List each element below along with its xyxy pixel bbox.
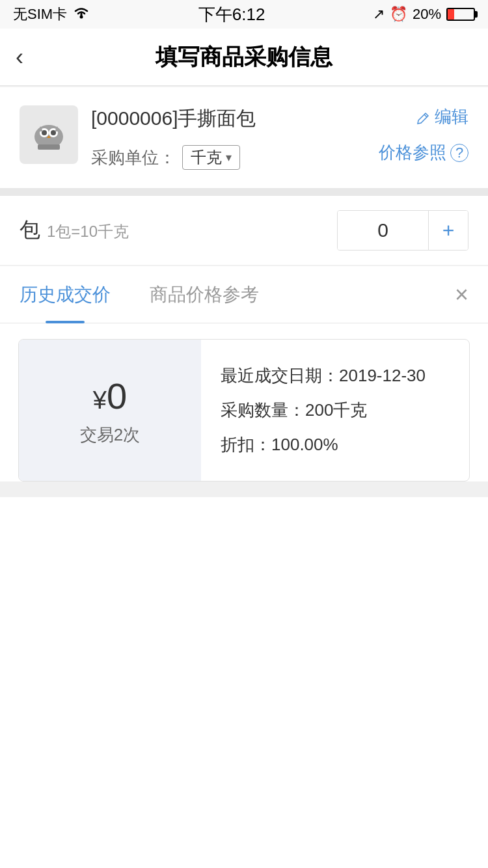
svg-rect-9 xyxy=(38,144,60,150)
battery-percent: 20% xyxy=(413,6,441,23)
edit-icon xyxy=(416,110,431,124)
discount-value: 100.00% xyxy=(271,435,338,454)
quantity-plus-button[interactable]: + xyxy=(429,211,468,250)
tabs-list: 历史成交价 商品价格参考 xyxy=(20,266,259,323)
price-number: 0 xyxy=(107,375,127,416)
nav-bar: ‹ 填写商品采购信息 xyxy=(0,29,488,86)
product-left: [0000006]手撕面包 采购单位： 千克 ▾ xyxy=(20,105,256,170)
status-time: 下午6:12 xyxy=(198,3,265,26)
tab-close-button[interactable]: × xyxy=(455,281,468,308)
purchase-qty-value: 200千克 xyxy=(305,400,367,420)
alarm-icon: ⏰ xyxy=(390,6,407,23)
product-card: [0000006]手撕面包 采购单位： 千克 ▾ 编辑 价格参照 xyxy=(0,87,488,188)
unit-value: 千克 xyxy=(191,147,222,168)
tab-history-price[interactable]: 历史成交价 xyxy=(20,266,111,323)
history-price-section: ¥0 交易2次 xyxy=(19,340,201,481)
product-unit-row: 采购单位： 千克 ▾ xyxy=(91,145,256,170)
quantity-control: + xyxy=(337,210,468,251)
history-trade-count: 交易2次 xyxy=(80,424,140,446)
purchase-qty-row: 采购数量：200千克 xyxy=(221,398,450,423)
status-right: ↗ ⏰ 20% xyxy=(373,6,475,23)
quantity-convert: 1包=10千克 xyxy=(47,221,129,242)
tab-price-ref[interactable]: 商品价格参考 xyxy=(150,266,259,323)
svg-line-10 xyxy=(424,115,427,117)
wifi-icon xyxy=(72,6,90,23)
back-button[interactable]: ‹ xyxy=(16,44,23,71)
discount-row: 折扣：100.00% xyxy=(221,432,450,457)
purchase-unit-label: 采购单位： xyxy=(91,146,176,169)
unit-badge[interactable]: 千克 ▾ xyxy=(182,145,240,170)
product-header: [0000006]手撕面包 采购单位： 千克 ▾ 编辑 价格参照 xyxy=(20,105,468,170)
price-ref-button[interactable]: 价格参照 ? xyxy=(379,141,468,164)
location-icon: ↗ xyxy=(373,6,385,23)
recent-date-row: 最近成交日期：2019-12-30 xyxy=(221,363,450,388)
product-right-actions: 编辑 价格参照 ? xyxy=(379,105,468,164)
quantity-label: 包 1包=10千克 xyxy=(20,216,129,245)
status-bar: 无SIM卡 下午6:12 ↗ ⏰ 20% xyxy=(0,0,488,29)
page-title: 填写商品采购信息 xyxy=(156,42,332,72)
edit-button[interactable]: 编辑 xyxy=(416,105,468,128)
carrier-text: 无SIM卡 xyxy=(13,5,67,24)
page-background xyxy=(0,497,488,868)
tabs-header: 历史成交价 商品价格参考 × xyxy=(0,266,488,323)
recent-date-value: 2019-12-30 xyxy=(339,366,426,385)
history-details-section: 最近成交日期：2019-12-30 采购数量：200千克 折扣：100.00% xyxy=(201,340,469,481)
product-info: [0000006]手撕面包 采购单位： 千克 ▾ xyxy=(91,105,256,170)
quantity-row: 包 1包=10千克 + xyxy=(0,196,488,265)
battery-icon xyxy=(446,8,475,21)
quantity-input[interactable] xyxy=(338,211,429,250)
tabs-panel: 历史成交价 商品价格参考 × ¥0 交易2次 最近成交日期：2019-12-30… xyxy=(0,266,488,481)
recent-date-label: 最近成交日期： xyxy=(221,366,339,385)
help-icon: ? xyxy=(450,144,468,162)
product-image xyxy=(20,105,78,164)
currency-symbol: ¥ xyxy=(93,387,107,414)
discount-label: 折扣： xyxy=(221,435,271,454)
history-card: ¥0 交易2次 最近成交日期：2019-12-30 采购数量：200千克 折扣：… xyxy=(18,339,470,481)
svg-point-0 xyxy=(80,16,83,19)
history-price-value: ¥0 xyxy=(93,375,127,417)
product-logo-svg xyxy=(26,112,72,157)
product-name: [0000006]手撕面包 xyxy=(91,105,256,132)
status-left: 无SIM卡 xyxy=(13,5,90,24)
section-divider xyxy=(0,188,488,196)
quantity-unit: 包 xyxy=(20,216,40,245)
purchase-qty-label: 采购数量： xyxy=(221,400,305,420)
unit-dropdown-arrow: ▾ xyxy=(226,150,232,165)
